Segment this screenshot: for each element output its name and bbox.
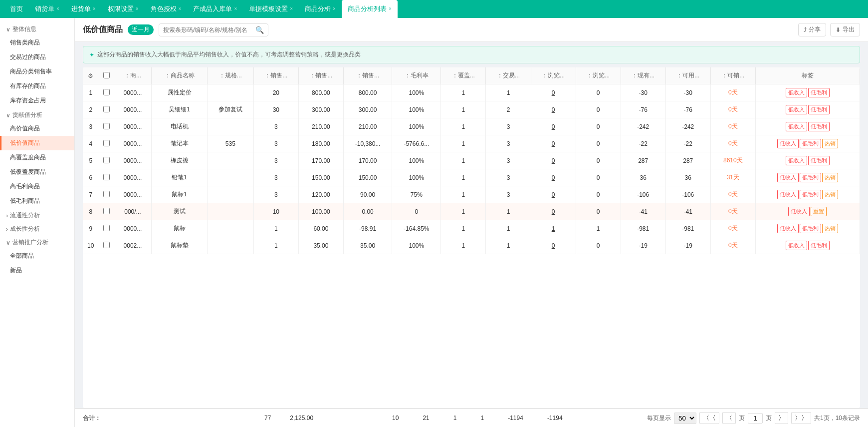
settings-col-header[interactable]: ⚙ xyxy=(83,67,99,84)
view-link[interactable]: 0 xyxy=(552,242,555,249)
sidebar-item-low-coverage[interactable]: 低覆盖度商品 xyxy=(0,165,74,179)
nav-product-analysis[interactable]: 商品分析 × xyxy=(299,0,342,18)
footer-total: 合计： 77 2,125.00 10 21 1 1 -1194 -1194 xyxy=(83,414,563,423)
view-link[interactable]: 1 xyxy=(552,225,555,232)
view-link[interactable]: 0 xyxy=(552,106,555,113)
close-icon[interactable]: × xyxy=(56,0,59,18)
close-icon[interactable]: × xyxy=(290,0,293,18)
code-col-header[interactable]: ：商... xyxy=(114,67,152,84)
select-all-checkbox[interactable] xyxy=(103,72,110,78)
name-col-header[interactable]: ：商品名称 xyxy=(152,67,207,84)
row-trade: 1 xyxy=(486,237,531,254)
sidebar-item-new-products[interactable]: 新品 xyxy=(0,263,74,278)
last-page-btn[interactable]: 〉〉 xyxy=(791,412,811,424)
qty-col-header[interactable]: ：销售... xyxy=(253,67,298,84)
coverage-col-header[interactable]: ：覆盖... xyxy=(441,67,486,84)
sidebar-group-growth[interactable]: › 成长性分析 xyxy=(0,222,74,235)
sidebar-item-sales-products[interactable]: 销售类商品 xyxy=(0,35,74,50)
nav-sales-order[interactable]: 销货单 × xyxy=(29,0,65,18)
close-icon[interactable]: × xyxy=(179,0,182,18)
sidebar-group-marketing[interactable]: ∨ 营销推广分析 xyxy=(0,235,74,249)
nav-product-warehouse[interactable]: 产成品入库单 × xyxy=(187,0,243,18)
view2-col-header[interactable]: ：浏览... xyxy=(576,67,621,84)
sidebar-item-low-value[interactable]: 低价值商品 xyxy=(0,136,74,150)
next-page-btn[interactable]: 〉 xyxy=(775,412,788,424)
row-checkbox[interactable] xyxy=(103,123,110,129)
trade-col-header[interactable]: ：交易... xyxy=(486,67,531,84)
view-link[interactable]: 0 xyxy=(552,208,555,215)
saleable-col-header[interactable]: ：可销... xyxy=(710,67,755,84)
row-checkbox[interactable] xyxy=(103,157,110,163)
close-icon[interactable]: × xyxy=(234,0,237,18)
total-view1: 1 xyxy=(453,415,457,422)
stock-col-header[interactable]: ：现有... xyxy=(621,67,665,84)
view-link[interactable]: 0 xyxy=(552,191,555,198)
settings-icon[interactable]: ⚙ xyxy=(88,72,93,79)
sidebar-group-overall[interactable]: ∨ 整体信息 xyxy=(0,22,74,35)
sidebar-item-traded-products[interactable]: 交易过的商品 xyxy=(0,50,74,64)
view-link[interactable]: 0 xyxy=(552,174,555,181)
total-amount: 2,125.00 xyxy=(290,415,313,422)
share-button[interactable]: ⤴ 分享 xyxy=(798,23,826,36)
row-checkbox[interactable] xyxy=(103,140,110,146)
search-input[interactable] xyxy=(163,26,253,33)
row-checkbox-cell[interactable] xyxy=(99,118,114,135)
sidebar-item-category-rate[interactable]: 商品分类销售率 xyxy=(0,64,74,79)
sidebar-item-stock-products[interactable]: 有库存的商品 xyxy=(0,79,74,93)
page-input[interactable] xyxy=(748,413,763,424)
sidebar-item-all-products[interactable]: 全部商品 xyxy=(0,249,74,263)
row-checkbox[interactable] xyxy=(103,208,110,214)
row-checkbox-cell[interactable] xyxy=(99,84,114,101)
main-layout: ∨ 整体信息 销售类商品 交易过的商品 商品分类销售率 有库存的商品 库存资金占… xyxy=(0,18,868,427)
first-page-btn[interactable]: 〈〈 xyxy=(699,412,719,424)
sidebar-item-stock-funds[interactable]: 库存资金占用 xyxy=(0,93,74,108)
spec-col-header[interactable]: ：规格... xyxy=(207,67,253,84)
nav-template-settings[interactable]: 单据模板设置 × xyxy=(243,0,299,18)
row-checkbox-cell[interactable] xyxy=(99,237,114,254)
row-checkbox[interactable] xyxy=(103,106,110,112)
per-page-select[interactable]: 50 xyxy=(674,413,696,424)
row-checkbox-cell[interactable] xyxy=(99,152,114,169)
close-icon[interactable]: × xyxy=(93,0,96,18)
sidebar-group-contribution[interactable]: ∨ 贡献值分析 xyxy=(0,108,74,121)
date-badge[interactable]: 近一月 xyxy=(128,24,154,35)
view-link[interactable]: 0 xyxy=(552,89,555,96)
nav-role-auth[interactable]: 角色授权 × xyxy=(145,0,188,18)
checkbox-col-header[interactable] xyxy=(99,67,114,84)
sidebar-item-low-margin[interactable]: 低毛利商品 xyxy=(0,194,74,208)
row-checkbox[interactable] xyxy=(103,242,110,248)
search-icon[interactable]: 🔍 xyxy=(255,26,264,34)
avg-col-header[interactable]: ：销售... xyxy=(343,67,392,84)
row-checkbox[interactable] xyxy=(103,89,110,95)
close-icon[interactable]: × xyxy=(333,0,336,18)
nav-purchase-order[interactable]: 进货单 × xyxy=(65,0,102,18)
row-checkbox-cell[interactable] xyxy=(99,220,114,237)
close-icon[interactable]: × xyxy=(389,0,392,18)
view-link[interactable]: 0 xyxy=(552,140,555,147)
close-icon[interactable]: × xyxy=(136,0,139,18)
row-checkbox[interactable] xyxy=(103,191,110,197)
row-checkbox-cell[interactable] xyxy=(99,169,114,186)
sidebar-item-high-margin[interactable]: 高毛利商品 xyxy=(0,179,74,194)
amount-col-header[interactable]: ：销售... xyxy=(298,67,343,84)
row-checkbox-cell[interactable] xyxy=(99,186,114,203)
available-col-header[interactable]: ：可用... xyxy=(665,67,710,84)
view-link[interactable]: 0 xyxy=(552,157,555,164)
nav-home[interactable]: 首页 xyxy=(4,0,29,18)
view-link[interactable]: 0 xyxy=(552,123,555,130)
row-checkbox-cell[interactable] xyxy=(99,101,114,118)
tags-col-header[interactable]: 标签 xyxy=(755,67,860,84)
sidebar-item-high-value[interactable]: 高价值商品 xyxy=(0,121,74,136)
sidebar-group-circulation[interactable]: › 流通性分析 xyxy=(0,208,74,222)
row-checkbox-cell[interactable] xyxy=(99,203,114,220)
sidebar-item-high-coverage[interactable]: 高覆盖度商品 xyxy=(0,150,74,165)
nav-permissions[interactable]: 权限设置 × xyxy=(102,0,145,18)
margin-col-header[interactable]: ：毛利率 xyxy=(392,67,441,84)
prev-page-btn[interactable]: 〈 xyxy=(722,412,736,424)
row-checkbox[interactable] xyxy=(103,174,110,180)
view1-col-header[interactable]: ：浏览... xyxy=(531,67,576,84)
nav-product-analysis-list[interactable]: 商品分析列表 × xyxy=(342,0,398,18)
row-checkbox-cell[interactable] xyxy=(99,135,114,152)
row-checkbox[interactable] xyxy=(103,225,110,231)
export-button[interactable]: ⬇ 导出 xyxy=(830,23,860,36)
